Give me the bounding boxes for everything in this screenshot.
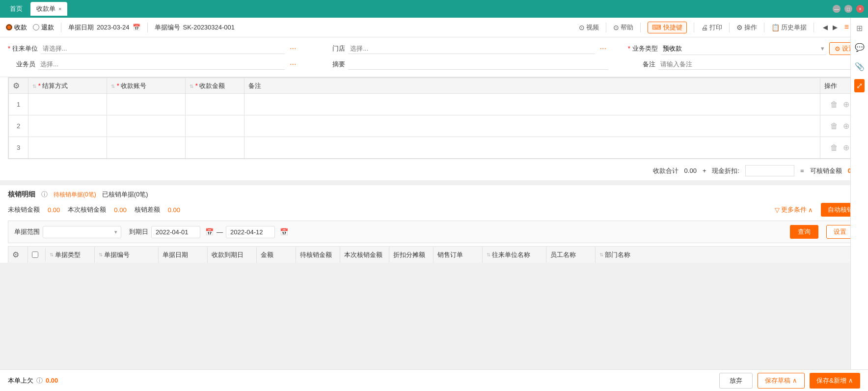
row-note-3[interactable] [244, 137, 820, 159]
sort-number-icon[interactable]: ⇅ [99, 252, 103, 257]
bth-checkbox[interactable] [28, 248, 46, 261]
row-account-3[interactable] [107, 137, 186, 159]
row-settle-1[interactable] [28, 94, 107, 115]
tab-close-icon[interactable]: × [58, 6, 61, 12]
save-button[interactable]: 保存&新增 ∧ [810, 373, 860, 389]
th-note-label: 备注 [248, 82, 261, 89]
summary-input[interactable] [348, 59, 608, 70]
delete-row-2-button[interactable]: 🗑 [829, 120, 839, 132]
salesman-ellipsis[interactable]: ··· [288, 60, 298, 69]
bth-partner: ⇅ 往来单位名称 [483, 247, 546, 263]
shop-input[interactable] [348, 43, 595, 54]
shop-ellipsis[interactable]: ··· [598, 44, 608, 53]
right-attachment-icon[interactable]: 📎 [853, 60, 867, 73]
draft-button[interactable]: 保存草稿 ∧ [758, 373, 805, 389]
history-icon: 📋 [771, 24, 780, 31]
sort-settle-icon[interactable]: ⇅ [32, 84, 36, 89]
list-view-icon[interactable]: ≡ [843, 22, 850, 33]
right-table-icon[interactable]: ⊞ [854, 22, 865, 35]
maximize-button[interactable]: □ [844, 5, 852, 13]
minimize-button[interactable]: — [833, 5, 841, 13]
sort-partner-icon[interactable]: ⇅ [487, 252, 490, 257]
nav-prev[interactable]: ◀ [821, 23, 830, 32]
sort-account-icon[interactable]: ⇅ [111, 84, 115, 89]
right-expand-icon[interactable]: ⤢ [854, 79, 865, 92]
sort-dept-icon[interactable]: ⇅ [599, 252, 603, 257]
nav-next[interactable]: ▶ [831, 23, 840, 32]
range-select[interactable] [43, 226, 121, 238]
salesman-input[interactable] [38, 59, 285, 70]
shortcut-button[interactable]: ⌨ 快捷键 [648, 22, 686, 33]
copy-row-3-button[interactable]: ⊕ [842, 142, 850, 153]
limit-info-icon[interactable]: ⓘ [36, 376, 43, 385]
hexiao-info-icon[interactable]: ⓘ [41, 190, 48, 199]
row-settle-2[interactable] [28, 115, 107, 137]
partner-ellipsis[interactable]: ··· [288, 44, 298, 53]
business-type-value: 预收款 [663, 44, 682, 53]
refund-radio[interactable] [33, 24, 39, 30]
receipt-radio-text: 收款 [14, 23, 27, 32]
sort-amount-icon[interactable]: ⇅ [190, 84, 193, 89]
date-from-input[interactable] [151, 226, 200, 238]
close-button[interactable]: × [856, 5, 864, 13]
row-amount-3[interactable] [186, 137, 244, 159]
discount-label: 现金折扣: [712, 167, 739, 175]
tab-home[interactable]: 首页 [4, 2, 28, 16]
partner-input[interactable] [41, 43, 285, 54]
divider-7 [764, 23, 764, 32]
history-action[interactable]: 📋 历史单据 [771, 23, 807, 32]
diff-label: 核销差额 [135, 205, 160, 214]
bth-gear[interactable]: ⚙ [8, 247, 28, 263]
divider-1 [61, 23, 61, 32]
sort-type-icon[interactable]: ⇅ [50, 252, 54, 257]
receipt-radio-label[interactable]: 收款 [6, 23, 27, 32]
help-action[interactable]: ⊙ 帮助 [613, 23, 633, 32]
date-from-calendar-icon[interactable]: 📅 [205, 228, 214, 236]
more-conditions-button[interactable]: ▽ 更多条件 ∧ [775, 205, 813, 214]
th-gear[interactable]: ⚙ [9, 78, 28, 94]
summary-label: 摘要 [318, 60, 345, 69]
row-amount-1[interactable] [186, 94, 244, 115]
diff-value: 0.00 [168, 206, 180, 214]
date-to-calendar-icon[interactable]: 📅 [280, 228, 288, 236]
row-note-1[interactable] [244, 94, 820, 115]
table-gear-icon[interactable]: ⚙ [13, 82, 20, 90]
operation-icon: ⚙ [736, 24, 743, 31]
select-all-checkbox[interactable] [32, 251, 38, 258]
operation-action[interactable]: ⚙ 操作 [736, 23, 757, 32]
discount-input[interactable] [745, 165, 794, 176]
video-action[interactable]: ⊙ 视频 [579, 23, 599, 32]
remark-input[interactable] [658, 59, 860, 70]
delete-row-1-button[interactable]: 🗑 [829, 99, 839, 110]
row-note-2[interactable] [244, 115, 820, 137]
business-type-field: 业务类型 预收款 ▾ ⚙ 设置 [628, 42, 860, 55]
row-settle-3[interactable] [28, 137, 107, 159]
bth-amount-label: 金额 [261, 251, 273, 259]
copy-row-2-button[interactable]: ⊕ [842, 120, 850, 132]
tab-receipt[interactable]: 收款单 × [30, 2, 67, 16]
refund-radio-label[interactable]: 退款 [33, 23, 54, 32]
row-account-1[interactable] [107, 94, 186, 115]
calendar-icon[interactable]: 📅 [133, 24, 140, 31]
hexiao-header: 核销明细 ⓘ 待核销单据(0笔) 已核销单据(0笔) [8, 190, 860, 199]
receipt-radio[interactable] [6, 24, 12, 30]
divider-5 [694, 23, 694, 32]
hexiao-settings-button[interactable]: 设置 [826, 225, 854, 239]
done-tab[interactable]: 已核销单据(0笔) [102, 190, 148, 199]
bth-type-label: 单据类型 [55, 251, 81, 259]
abandon-button[interactable]: 放弃 [719, 373, 753, 389]
partner-field: 往来单位 ··· [8, 43, 298, 54]
row-account-2[interactable] [107, 115, 186, 137]
footer: 本单上欠 ⓘ 0.00 放弃 保存草稿 ∧ 保存&新增 ∧ [0, 369, 868, 391]
gear-icon: ⚙ [835, 45, 841, 53]
row-amount-2[interactable] [186, 115, 244, 137]
business-type-select[interactable]: 预收款 ▾ [661, 43, 826, 55]
bottom-table-gear-icon[interactable]: ⚙ [12, 250, 19, 259]
date-to-input[interactable] [226, 226, 275, 238]
delete-row-3-button[interactable]: 🗑 [829, 142, 839, 153]
pending-tab[interactable]: 待核销单据(0笔) [54, 191, 96, 199]
query-button[interactable]: 查询 [790, 225, 818, 239]
copy-row-1-button[interactable]: ⊕ [842, 99, 850, 110]
print-action[interactable]: 🖨 打印 [701, 23, 722, 32]
right-chat-icon[interactable]: 💬 [853, 41, 867, 54]
